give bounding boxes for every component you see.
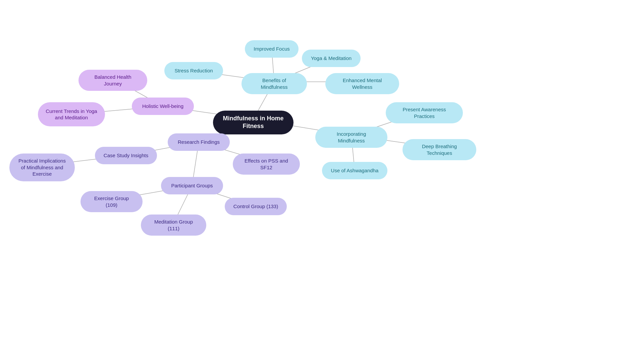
node-control_group[interactable]: Control Group (133) (225, 198, 287, 215)
node-meditation_group[interactable]: Meditation Group (111) (141, 215, 206, 236)
node-enhanced_mental[interactable]: Enhanced Mental Wellness (325, 73, 399, 94)
node-research[interactable]: Research Findings (168, 133, 230, 151)
node-balanced[interactable]: Balanced Health Journey (78, 70, 147, 91)
node-yoga_meditation[interactable]: Yoga & Meditation (302, 50, 361, 67)
node-present_awareness[interactable]: Present Awareness Practices (386, 102, 463, 123)
node-practical[interactable]: Practical Implications of Mindfulness an… (9, 154, 75, 181)
mindmap-container: Mindfulness in Home FitnessBenefits of M… (0, 0, 644, 363)
node-improved_focus[interactable]: Improved Focus (245, 40, 299, 58)
node-center[interactable]: Mindfulness in Home Fitness (213, 111, 293, 134)
node-stress_reduction[interactable]: Stress Reduction (164, 62, 223, 79)
node-participant[interactable]: Participant Groups (161, 177, 223, 194)
node-exercise_group[interactable]: Exercise Group (109) (80, 191, 143, 212)
node-benefits[interactable]: Benefits of Mindfulness (241, 73, 307, 94)
node-incorporating[interactable]: Incorporating Mindfulness (315, 127, 387, 148)
node-current_trends[interactable]: Current Trends in Yoga and Meditation (38, 102, 105, 126)
node-effects_pss[interactable]: Effects on PSS and SF12 (233, 154, 300, 175)
node-case_study[interactable]: Case Study Insights (95, 147, 157, 164)
node-deep_breathing[interactable]: Deep Breathing Techniques (402, 139, 476, 160)
node-ashwagandha[interactable]: Use of Ashwagandha (322, 162, 387, 179)
node-holistic[interactable]: Holistic Well-being (132, 98, 194, 115)
